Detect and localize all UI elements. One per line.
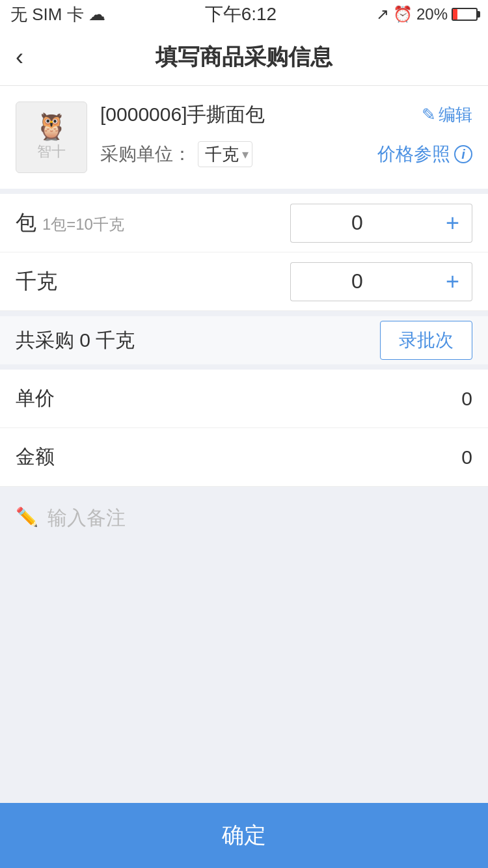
qty-input-wrap-kg: + — [133, 262, 472, 301]
summary-label: 共采购 — [16, 329, 74, 351]
summary-row: 共采购 0 千克 录批次 — [0, 311, 488, 370]
qty-unit-bao: 包 — [16, 211, 36, 234]
nav-bar: ‹ 填写商品采购信息 — [0, 29, 488, 86]
status-right: ↗ ⏰ 20% — [376, 5, 478, 23]
product-card: 🦉 智十 [0000006]手撕面包 ✎ 编辑 采购单位： 千克 包 — [0, 86, 488, 194]
battery-percent: 20% — [416, 5, 448, 23]
product-info: [0000006]手撕面包 ✎ 编辑 采购单位： 千克 包 — [100, 102, 472, 167]
amount-label: 金额 — [16, 444, 55, 470]
amount-value: 0 — [461, 446, 472, 468]
qty-plus-bao[interactable]: + — [433, 204, 472, 243]
price-ref-icon: i — [454, 145, 472, 163]
amount-row: 金额 0 — [0, 428, 488, 487]
pencil-icon: ✏️ — [16, 506, 38, 528]
quantity-row-bao: 包 1包=10千克 + — [0, 194, 488, 252]
edit-icon: ✎ — [422, 105, 436, 125]
qty-sub-bao: 1包=10千克 — [42, 215, 124, 233]
sim-text: 无 SIM 卡 ☁ — [10, 3, 105, 26]
status-time: 下午6:12 — [205, 2, 277, 27]
confirm-button[interactable]: 确定 — [0, 803, 488, 868]
back-button[interactable]: ‹ — [16, 44, 23, 71]
price-ref-button[interactable]: 价格参照 i — [377, 142, 472, 167]
qty-input-kg[interactable] — [290, 262, 433, 301]
qty-label-kg: 千克 — [16, 267, 133, 296]
qty-input-wrap-bao: + — [133, 204, 472, 243]
summary-value: 0 — [79, 329, 96, 351]
unit-price-row: 单价 0 — [0, 370, 488, 428]
location-icon: ↗ — [376, 5, 389, 23]
edit-label: 编辑 — [439, 103, 472, 126]
price-section: 单价 0 金额 0 — [0, 370, 488, 487]
qty-label-bao: 包 1包=10千克 — [16, 209, 133, 237]
unit-price-label: 单价 — [16, 385, 55, 412]
unit-select[interactable]: 千克 包 — [198, 141, 252, 167]
status-left: 无 SIM 卡 ☁ — [10, 3, 105, 26]
product-thumb-icon: 🦉 — [35, 113, 68, 139]
product-info-row2: 采购单位： 千克 包 价格参照 i — [100, 141, 472, 167]
remark-section[interactable]: ✏️ 输入备注 — [0, 487, 488, 617]
batch-button[interactable]: 录批次 — [380, 321, 472, 360]
product-name: [0000006]手撕面包 — [100, 102, 265, 128]
status-bar: 无 SIM 卡 ☁ 下午6:12 ↗ ⏰ 20% — [0, 0, 488, 29]
unit-price-value: 0 — [461, 388, 472, 410]
edit-button[interactable]: ✎ 编辑 — [422, 103, 472, 126]
product-thumbnail: 🦉 智十 — [16, 102, 87, 173]
product-info-row1: [0000006]手撕面包 ✎ 编辑 — [100, 102, 472, 128]
price-ref-label: 价格参照 — [377, 142, 450, 167]
unit-select-wrap[interactable]: 千克 包 — [198, 141, 252, 167]
unit-label: 采购单位： — [100, 142, 191, 167]
battery-icon — [452, 8, 478, 21]
unit-selector-wrap: 采购单位： 千克 包 — [100, 141, 252, 167]
qty-input-bao[interactable] — [290, 204, 433, 243]
summary-text: 共采购 0 千克 — [16, 327, 135, 354]
qty-plus-kg[interactable]: + — [433, 262, 472, 301]
quantity-row-kg: 千克 + — [0, 252, 488, 311]
summary-unit: 千克 — [96, 329, 135, 351]
quantity-section: 包 1包=10千克 + 千克 + — [0, 194, 488, 311]
remark-placeholder: 输入备注 — [47, 505, 126, 532]
alarm-icon: ⏰ — [393, 5, 413, 23]
nav-title: 填写商品采购信息 — [156, 42, 332, 72]
product-thumb-text: 智十 — [37, 142, 66, 161]
